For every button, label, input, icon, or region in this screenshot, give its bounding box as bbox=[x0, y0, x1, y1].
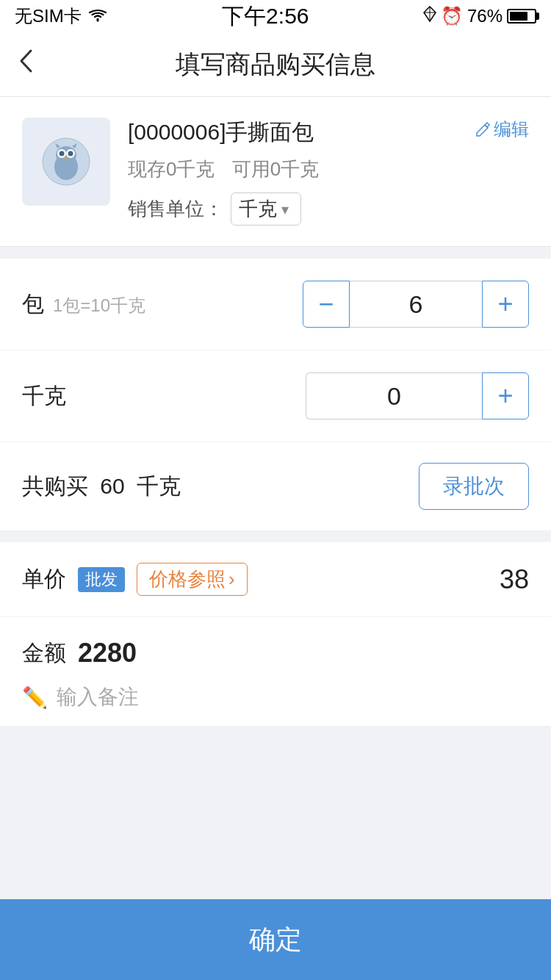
quantity-section: 包 1包=10千克 − + 千克 + bbox=[0, 259, 551, 442]
record-batch-button[interactable]: 录批次 bbox=[419, 463, 529, 510]
amount-label: 金额 bbox=[22, 638, 66, 669]
price-value: 38 bbox=[500, 564, 529, 595]
gps-icon bbox=[423, 6, 436, 26]
carrier-label: 无SIM卡 bbox=[15, 4, 82, 28]
edit-button[interactable]: 编辑 bbox=[475, 118, 529, 141]
section-divider-1 bbox=[0, 247, 551, 259]
kg-qty-controls: + bbox=[306, 372, 529, 419]
total-label: 共购买 60 千克 bbox=[22, 472, 181, 502]
product-section: [0000006]手撕面包 编辑 现存0千克 可用0千克 销售单位： 千克 ▾ bbox=[0, 97, 551, 247]
edit-label: 编辑 bbox=[494, 118, 529, 141]
amount-section: 金额 2280 ✏️ 输入备注 bbox=[0, 617, 551, 726]
nav-bar: 填写商品购买信息 bbox=[0, 32, 551, 97]
bag-qty-controls: − + bbox=[303, 281, 529, 328]
bag-quantity-row: 包 1包=10千克 − + bbox=[0, 259, 551, 350]
price-section: 单价 批发 价格参照 › 38 bbox=[0, 542, 551, 617]
kg-plus-button[interactable]: + bbox=[482, 372, 529, 419]
status-bar: 无SIM卡 下午2:56 ⏰ 76% bbox=[0, 0, 551, 32]
page-title: 填写商品购买信息 bbox=[176, 48, 375, 82]
status-right: ⏰ 76% bbox=[423, 6, 536, 26]
product-info: [0000006]手撕面包 编辑 现存0千克 可用0千克 销售单位： 千克 ▾ bbox=[128, 118, 529, 226]
chevron-right-icon: › bbox=[228, 568, 235, 591]
svg-point-8 bbox=[68, 151, 73, 156]
back-button[interactable] bbox=[18, 48, 34, 81]
unit-select[interactable]: 千克 ▾ bbox=[231, 192, 301, 226]
bag-qty-input[interactable] bbox=[350, 281, 482, 328]
price-label: 单价 bbox=[22, 564, 66, 594]
kg-label: 千克 bbox=[22, 381, 66, 411]
battery-percent: 76% bbox=[467, 6, 503, 26]
main-content: [0000006]手撕面包 编辑 现存0千克 可用0千克 销售单位： 千克 ▾ bbox=[0, 97, 551, 807]
battery-icon bbox=[507, 9, 536, 24]
edit-remark-icon: ✏️ bbox=[22, 685, 48, 710]
product-thumbnail bbox=[22, 118, 110, 206]
status-left: 无SIM卡 bbox=[15, 4, 108, 28]
wifi-icon bbox=[87, 6, 108, 26]
product-stock: 现存0千克 可用0千克 bbox=[128, 156, 529, 182]
svg-point-7 bbox=[60, 151, 65, 156]
product-name-row: [0000006]手撕面包 编辑 bbox=[128, 118, 529, 148]
status-time: 下午2:56 bbox=[222, 1, 309, 32]
kg-quantity-row: 千克 + bbox=[0, 350, 551, 442]
bag-label: 包 1包=10千克 bbox=[22, 289, 145, 320]
remark-row[interactable]: ✏️ 输入备注 bbox=[22, 683, 529, 711]
amount-row: 金额 2280 bbox=[22, 638, 529, 669]
amount-value: 2280 bbox=[78, 638, 137, 669]
alarm-icon: ⏰ bbox=[441, 6, 463, 26]
confirm-bar[interactable]: 确定 bbox=[0, 899, 551, 980]
remark-placeholder: 输入备注 bbox=[57, 683, 139, 711]
kg-qty-input[interactable] bbox=[306, 372, 482, 419]
bag-plus-button[interactable]: + bbox=[482, 281, 529, 328]
product-name: [0000006]手撕面包 bbox=[128, 118, 314, 148]
chevron-down-icon: ▾ bbox=[281, 201, 289, 218]
confirm-label: 确定 bbox=[249, 922, 302, 958]
price-ref-button[interactable]: 价格参照 › bbox=[137, 563, 248, 596]
bag-minus-button[interactable]: − bbox=[303, 281, 350, 328]
total-section: 共购买 60 千克 录批次 bbox=[0, 442, 551, 530]
product-unit-row: 销售单位： 千克 ▾ bbox=[128, 192, 529, 226]
section-divider-2 bbox=[0, 530, 551, 542]
price-batch-tag: 批发 bbox=[78, 567, 125, 592]
